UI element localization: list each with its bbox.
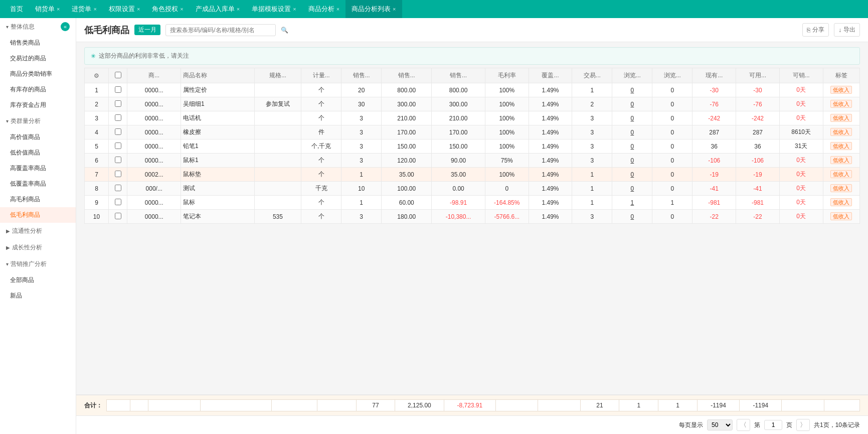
cell-index: 9 [85, 196, 109, 210]
cell-check[interactable] [109, 97, 127, 111]
close-icon[interactable]: × [293, 6, 296, 12]
cell-view1[interactable]: 0 [612, 154, 652, 168]
col-header-sales-qty[interactable]: 销售... [341, 68, 382, 83]
nav-home[interactable]: 首页 [4, 0, 29, 18]
nav-product-analysis-list[interactable]: 商品分析列表× [345, 0, 402, 18]
sidebar-item-high-value[interactable]: 高价值商品 [0, 129, 76, 145]
close-icon[interactable]: × [180, 6, 183, 12]
row-checkbox[interactable] [115, 142, 121, 149]
col-header-salable-days[interactable]: 可销... [779, 68, 823, 83]
sidebar-item-low-value[interactable]: 低价值商品 [0, 145, 76, 161]
next-page-button[interactable]: 〉 [796, 419, 810, 431]
select-all-checkbox[interactable] [115, 72, 121, 78]
nav-product-analysis[interactable]: 商品分析× [302, 0, 345, 18]
cell-view2: 1 [652, 196, 692, 210]
col-header-current-stock[interactable]: 现有... [692, 68, 736, 83]
close-icon[interactable]: × [93, 6, 96, 12]
row-checkbox[interactable] [115, 100, 121, 107]
col-header-sales-amt[interactable]: 销售... [382, 68, 432, 83]
nav-purchase-order[interactable]: 进货单× [66, 0, 102, 18]
prev-page-button[interactable]: 〈 [737, 419, 750, 431]
row-checkbox[interactable] [115, 128, 121, 135]
nav-role-auth[interactable]: 角色授权× [146, 0, 189, 18]
cell-check[interactable] [109, 210, 127, 224]
close-icon[interactable]: × [237, 6, 240, 12]
col-header-gross-rate[interactable]: 毛利率 [485, 68, 529, 83]
close-icon[interactable]: × [393, 6, 396, 12]
nav-sales-order[interactable]: 销货单× [29, 0, 66, 18]
export-button[interactable]: ↓ 导出 [834, 23, 860, 37]
cell-check[interactable] [109, 154, 127, 168]
col-header-view2[interactable]: 浏览... [652, 68, 692, 83]
col-header-tag[interactable]: 标签 [823, 68, 859, 83]
total-view2: 1 [658, 400, 698, 411]
sidebar-item-category-rate[interactable]: 商品分类助销率 [0, 66, 76, 82]
cell-check[interactable] [109, 139, 127, 154]
sidebar-group-cluster[interactable]: ▾ 类群量分析 [0, 113, 76, 129]
collapse-button[interactable]: « [61, 22, 70, 31]
close-icon[interactable]: × [57, 6, 60, 12]
row-checkbox[interactable] [115, 157, 121, 163]
cell-view1[interactable]: 0 [612, 210, 652, 224]
sidebar-item-low-coverage[interactable]: 低覆盖率商品 [0, 176, 76, 192]
cell-tag: 低收入 [823, 125, 859, 139]
sidebar-group-overall[interactable]: ▾ 整体信息 « [0, 18, 76, 35]
close-icon[interactable]: × [336, 6, 339, 12]
col-header-view1[interactable]: 浏览... [612, 68, 652, 83]
page-size-select[interactable]: 50 100 200 [707, 419, 733, 430]
row-checkbox[interactable] [115, 213, 121, 219]
sidebar-group-growth[interactable]: ▶ 成长性分析 [0, 239, 76, 256]
sidebar-item-high-margin[interactable]: 高毛利商品 [0, 192, 76, 207]
date-filter-button[interactable]: 近一月 [134, 25, 160, 35]
row-checkbox[interactable] [115, 199, 121, 205]
cell-view1[interactable]: 0 [612, 182, 652, 196]
sidebar-item-sales-products[interactable]: 销售类商品 [0, 35, 76, 51]
sidebar-item-capital-usage[interactable]: 库存资金占用 [0, 97, 76, 113]
col-header-unit[interactable]: 计量... [301, 68, 341, 83]
page-number-input[interactable] [764, 420, 782, 430]
row-checkbox[interactable] [115, 185, 121, 191]
cell-view1[interactable]: 0 [612, 168, 652, 182]
col-header-sales-profit[interactable]: 销售... [432, 68, 485, 83]
cell-view1[interactable]: 0 [612, 139, 652, 154]
sidebar-group-flow[interactable]: ▶ 流通性分析 [0, 223, 76, 239]
cell-check[interactable] [109, 196, 127, 210]
sidebar-item-traded-products[interactable]: 交易过的商品 [0, 51, 76, 66]
cell-view1[interactable]: 1 [612, 196, 652, 210]
col-header-check[interactable] [109, 68, 127, 83]
cell-view1[interactable]: 0 [612, 111, 652, 125]
cell-check[interactable] [109, 83, 127, 97]
col-header-coverage[interactable]: 覆盖... [529, 68, 572, 83]
close-icon[interactable]: × [137, 6, 140, 12]
nav-template-settings[interactable]: 单据模板设置× [246, 0, 302, 18]
sidebar-item-all-products[interactable]: 全部商品 [0, 272, 76, 288]
cell-check[interactable] [109, 182, 127, 196]
cell-check[interactable] [109, 125, 127, 139]
nav-product-entry[interactable]: 产成品入库单× [190, 0, 246, 18]
sidebar-item-low-margin[interactable]: 低毛利商品 [0, 207, 76, 223]
share-button[interactable]: ⎘ 分享 [802, 23, 829, 37]
row-checkbox[interactable] [115, 86, 121, 93]
sidebar-group-marketing[interactable]: ▾ 营销推广分析 [0, 256, 76, 272]
cell-index: 6 [85, 154, 109, 168]
row-checkbox[interactable] [115, 114, 121, 121]
sidebar-item-high-coverage[interactable]: 高覆盖率商品 [0, 161, 76, 176]
cell-check[interactable] [109, 168, 127, 182]
sidebar-item-in-stock[interactable]: 有库存的商品 [0, 82, 76, 97]
cell-unit: 千克 [301, 182, 341, 196]
cell-check[interactable] [109, 111, 127, 125]
col-header-name[interactable]: 商品名称 [181, 68, 255, 83]
col-header-avail-stock[interactable]: 可用... [736, 68, 780, 83]
search-icon[interactable]: 🔍 [281, 27, 288, 34]
col-header-spec[interactable]: 规格... [254, 68, 301, 83]
cell-current-stock: -76 [692, 97, 736, 111]
cell-view1[interactable]: 0 [612, 83, 652, 97]
sidebar-item-new-products[interactable]: 新品 [0, 288, 76, 304]
cell-view1[interactable]: 0 [612, 125, 652, 139]
nav-permissions[interactable]: 权限设置× [103, 0, 146, 18]
search-input[interactable] [165, 24, 276, 36]
col-header-code[interactable]: 商... [127, 68, 181, 83]
row-checkbox[interactable] [115, 171, 121, 177]
col-header-tx[interactable]: 交易... [572, 68, 612, 83]
cell-view1[interactable]: 0 [612, 97, 652, 111]
